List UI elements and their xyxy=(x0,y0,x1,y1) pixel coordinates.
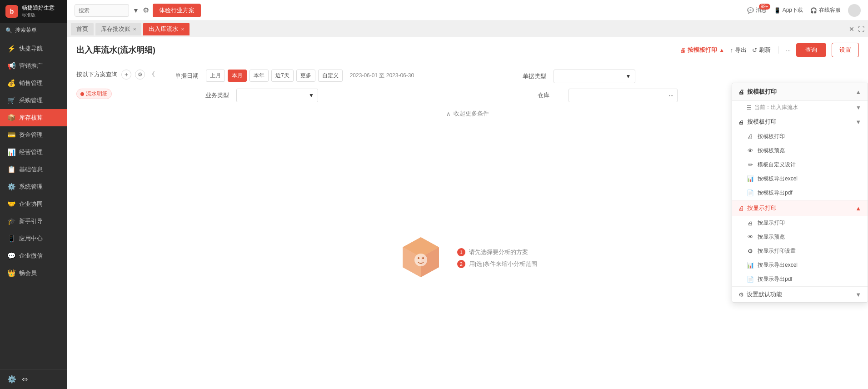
sidebar-item-apps[interactable]: 📱 应用中心 xyxy=(0,230,67,247)
settings-bottom-icon[interactable]: ⚙️ xyxy=(7,375,16,384)
app-download-button[interactable]: 📱 App下载 xyxy=(774,6,803,14)
ellipsis-icon: ··· xyxy=(669,92,673,99)
tab-home[interactable]: 首页 xyxy=(71,23,94,35)
sidebar-item-basics[interactable]: 📋 基础信息 xyxy=(0,161,67,178)
print-template-button[interactable]: 🖨 按模板打印 ▲ xyxy=(680,46,725,54)
filter-settings-button[interactable]: ⚙ xyxy=(135,70,145,80)
collapse-label: 收起更多条件 xyxy=(454,110,489,118)
sidebar-item-purchase[interactable]: 🛒 采购管理 xyxy=(0,92,67,109)
sidebar-item-wechat[interactable]: 💬 企业微信 xyxy=(0,247,67,264)
finance-icon: 💳 xyxy=(7,131,15,139)
page-content: 出入库流水(流水明细) 🖨 按模板打印 ▲ ↑ 导出 ↺ 刷新 ··· 查询 xyxy=(67,37,868,389)
chevron-down-template-icon: ▼ xyxy=(855,119,861,125)
sidebar-item-sales[interactable]: 💰 销售管理 xyxy=(0,75,67,92)
dropdown-current-item[interactable]: ☰ 当前：出入库流水 ▼ xyxy=(732,101,868,114)
query-button[interactable]: 查询 xyxy=(796,43,826,57)
template-excel-item[interactable]: 📊 按模板导出excel xyxy=(732,172,868,186)
user-avatar[interactable] xyxy=(848,4,861,17)
date-btn-last-month[interactable]: 上月 xyxy=(206,70,225,82)
date-btn-this-month[interactable]: 本月 xyxy=(228,70,247,82)
template-pdf-label: 按模板导出pdf xyxy=(758,189,793,197)
more-options-icon[interactable]: ··· xyxy=(786,47,791,54)
sidebar-item-finance[interactable]: 💳 资金管理 xyxy=(0,126,67,144)
filter-add-button[interactable]: + xyxy=(121,70,131,80)
sidebar-search-area[interactable]: 🔍 搜索菜单 xyxy=(0,23,67,38)
template-pdf-item[interactable]: 📄 按模板导出pdf xyxy=(732,186,868,200)
sidebar-item-management[interactable]: 📊 经营管理 xyxy=(0,144,67,161)
flow-detail-tag[interactable]: 流水明细 xyxy=(76,89,112,99)
display-pdf-item[interactable]: 📄 按显示导出pdf xyxy=(732,272,868,286)
sidebar-item-quick-nav[interactable]: ⚡ 快捷导航 xyxy=(0,40,67,57)
date-btn-more[interactable]: 更多 xyxy=(296,70,315,82)
tabs-bar: 首页 库存批次账 × 出入库流水 × ✕ ⛶ xyxy=(67,21,868,37)
hint-number-1: 1 xyxy=(457,248,465,256)
template-section-title: 按模板打印 xyxy=(747,118,777,126)
export-label: 导出 xyxy=(735,46,747,54)
filter-section-controls: 按以下方案查询 + ⚙ 《 xyxy=(76,70,155,80)
topbar-dropdown-button[interactable]: ▼ xyxy=(133,7,139,14)
sidebar-item-marketing[interactable]: 📢 营销推广 xyxy=(0,57,67,75)
logo-icon: b xyxy=(5,5,18,18)
date-btn-7days[interactable]: 近7天 xyxy=(271,70,294,82)
sidebar-item-label: 快捷导航 xyxy=(19,45,43,53)
sidebar-item-label: 资金管理 xyxy=(19,131,43,139)
tab-batch-account[interactable]: 库存批次账 × xyxy=(95,23,141,35)
template-preview-item[interactable]: 👁 按模板预览 xyxy=(732,144,868,158)
sidebar-item-inventory[interactable]: 📦 库存核算 xyxy=(0,109,67,126)
dropdown-current-label: 当前：出入库流水 xyxy=(754,104,853,111)
sidebar-item-member[interactable]: 👑 畅会员 xyxy=(0,264,67,282)
tabs-close-all-button[interactable]: ✕ xyxy=(849,25,854,33)
tab-batch-close[interactable]: × xyxy=(133,26,136,32)
apps-icon: 📱 xyxy=(7,234,15,243)
export-button[interactable]: ↑ 导出 xyxy=(730,46,747,54)
display-settings-icon: ⚙ xyxy=(747,248,754,255)
sidebar-item-system[interactable]: ⚙️ 系统管理 xyxy=(0,178,67,195)
tabs-fullscreen-button[interactable]: ⛶ xyxy=(858,25,864,33)
warehouse-filter-select[interactable]: ··· xyxy=(569,89,678,102)
template-design-item[interactable]: ✏ 模板自定义设计 xyxy=(732,158,868,172)
sidebar-item-label: 基础信息 xyxy=(19,165,43,174)
message-badge: 99+ xyxy=(759,4,770,10)
sidebar-item-collab[interactable]: 🤝 企业协同 xyxy=(0,195,67,213)
display-print-settings-item[interactable]: ⚙ 按显示打印设置 xyxy=(732,244,868,258)
template-section-header[interactable]: 🖨 按模板打印 ▼ xyxy=(732,114,868,130)
topbar-right: 💬 消息 99+ 📱 App下载 🎧 在线客服 xyxy=(747,4,861,17)
collab-icon: 🤝 xyxy=(7,200,15,208)
template-print-item[interactable]: 🖨 按模板打印 xyxy=(732,130,868,144)
tab-inventory-flow[interactable]: 出入库流水 × xyxy=(143,23,189,35)
display-print-item[interactable]: 🖨 按显示打印 xyxy=(732,216,868,230)
topbar-gear-icon[interactable]: ⚙ xyxy=(143,6,149,15)
display-excel-item[interactable]: 📊 按显示导出excel xyxy=(732,258,868,272)
business-filter-select[interactable]: ▼ xyxy=(236,89,318,102)
settings-button[interactable]: 设置 xyxy=(832,43,859,57)
management-icon: 📊 xyxy=(7,148,15,156)
tab-flow-close[interactable]: × xyxy=(181,26,184,32)
type-filter-select[interactable]: ▼ xyxy=(554,70,635,83)
sidebar-item-label: 采购管理 xyxy=(19,96,43,105)
dropdown-footer[interactable]: ⚙ 设置默认功能 ▼ xyxy=(732,287,868,302)
display-preview-label: 按显示预览 xyxy=(758,233,785,241)
topbar-search-input[interactable] xyxy=(75,4,129,17)
date-btn-custom[interactable]: 自定义 xyxy=(318,70,343,82)
collapse-icon[interactable]: ⇔ xyxy=(22,375,28,384)
message-button[interactable]: 💬 消息 99+ xyxy=(747,6,767,14)
industry-solution-button[interactable]: 体验行业方案 xyxy=(153,4,201,17)
marketing-icon: 📢 xyxy=(7,62,15,70)
sidebar-item-guide[interactable]: 🎓 新手引导 xyxy=(0,213,67,230)
print-item-icon: 🖨 xyxy=(747,133,754,140)
dropdown-header: 🖨 按模板打印 ▲ xyxy=(732,83,868,101)
display-excel-icon: 📊 xyxy=(747,262,754,269)
template-print-section: 🖨 按模板打印 ▼ 🖨 按模板打印 👁 按模板预览 ✏ 模板自定义设计 xyxy=(732,114,868,200)
display-section-header[interactable]: 🖨 按显示打印 ▲ xyxy=(732,200,868,216)
sidebar: b 畅捷通好生意 标准版 🔍 搜索菜单 ⚡ 快捷导航 📢 营销推广 💰 销售管理… xyxy=(0,0,67,389)
chevron-up-header-icon: ▲ xyxy=(855,89,861,95)
app-download-icon: 📱 xyxy=(774,7,781,14)
refresh-button[interactable]: ↺ 刷新 xyxy=(752,46,771,54)
filter-collapse-button[interactable]: 《 xyxy=(149,70,155,79)
online-service-button[interactable]: 🎧 在线客服 xyxy=(810,6,841,14)
display-preview-item[interactable]: 👁 按显示预览 xyxy=(732,230,868,244)
chevron-up-display-icon: ▲ xyxy=(855,205,861,212)
date-btn-this-year[interactable]: 本年 xyxy=(249,70,269,82)
search-menu-button[interactable]: 🔍 搜索菜单 xyxy=(5,26,37,34)
business-filter-label: 业务类型 xyxy=(205,91,233,100)
